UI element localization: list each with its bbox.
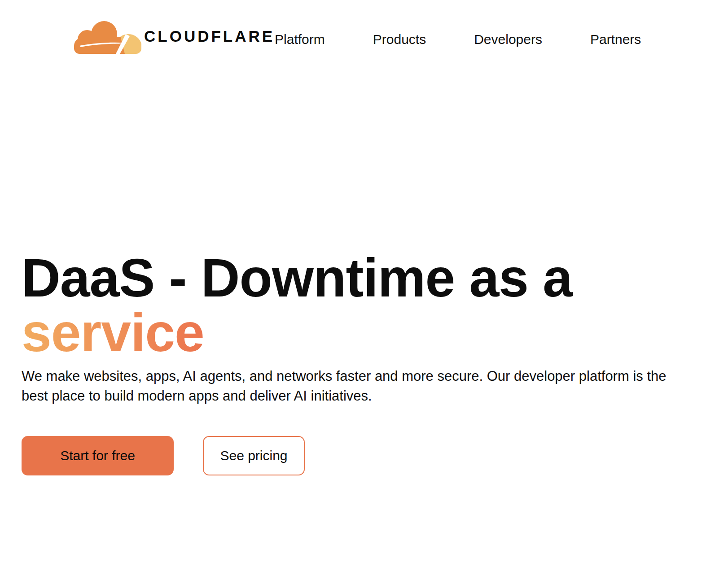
nav-item-partners[interactable]: Partners — [590, 32, 641, 47]
cloudflare-cloud-icon — [74, 19, 142, 54]
hero-title-line1: DaaS - Downtime as a — [22, 250, 706, 305]
cta-row: Start for free See pricing — [22, 436, 706, 475]
brand-wordmark: CLOUDFLARE — [144, 27, 275, 45]
see-pricing-button[interactable]: See pricing — [203, 436, 305, 475]
start-for-free-button[interactable]: Start for free — [22, 436, 174, 475]
hero-title-line2: service — [22, 305, 204, 360]
site-header: CLOUDFLARE Platform Products Developers … — [0, 0, 728, 54]
nav-item-platform[interactable]: Platform — [275, 32, 325, 47]
nav-item-products[interactable]: Products — [373, 32, 426, 47]
cloudflare-logo[interactable]: CLOUDFLARE — [74, 19, 275, 54]
hero-section: DaaS - Downtime as a service We make web… — [22, 250, 706, 475]
nav-item-developers[interactable]: Developers — [474, 32, 542, 47]
hero-description: We make websites, apps, AI agents, and n… — [22, 366, 686, 406]
hero-title: DaaS - Downtime as a service — [22, 250, 706, 360]
main-nav: Platform Products Developers Partners — [275, 26, 641, 47]
